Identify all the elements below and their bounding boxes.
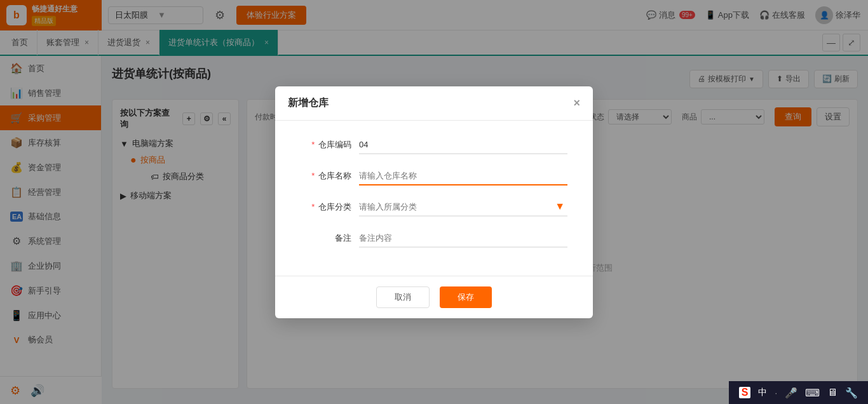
bottom-logo-text: 中 bbox=[758, 387, 767, 398]
code-input[interactable] bbox=[359, 136, 567, 154]
modal-header: 新增仓库 × bbox=[275, 86, 593, 121]
modal-title: 新增仓库 bbox=[288, 97, 329, 110]
modal-footer: 取消 保存 bbox=[275, 276, 593, 318]
save-button[interactable]: 保存 bbox=[440, 286, 492, 308]
bottom-keyboard-icon[interactable]: ⌨ bbox=[805, 387, 820, 399]
category-label: * 仓库分类 bbox=[301, 201, 351, 213]
category-input[interactable] bbox=[359, 198, 555, 215]
category-dropdown-icon[interactable]: ▼ bbox=[555, 201, 567, 212]
cancel-button[interactable]: 取消 bbox=[376, 286, 430, 308]
remark-label: 备注 bbox=[301, 232, 351, 244]
bottom-logo-s: S bbox=[739, 387, 751, 398]
category-select-container: ▼ bbox=[359, 198, 567, 217]
code-label: * 仓库编码 bbox=[301, 139, 351, 151]
add-warehouse-modal: 新增仓库 × * 仓库编码 * 仓库名称 bbox=[275, 86, 593, 318]
remark-input[interactable] bbox=[359, 229, 567, 248]
bottom-tool-icon[interactable]: 🔧 bbox=[845, 387, 858, 399]
bottom-dot-icon: · bbox=[775, 388, 777, 398]
modal-overlay[interactable]: 新增仓库 × * 仓库编码 * 仓库名称 bbox=[0, 0, 868, 404]
bottom-mic-icon[interactable]: 🎤 bbox=[785, 387, 797, 399]
remark-field-row: 备注 bbox=[301, 229, 567, 248]
code-field-row: * 仓库编码 bbox=[301, 136, 567, 154]
category-field-row: * 仓库分类 ▼ bbox=[301, 198, 567, 217]
modal-close-button[interactable]: × bbox=[573, 97, 580, 110]
name-input[interactable] bbox=[359, 167, 567, 185]
name-field-row: * 仓库名称 bbox=[301, 167, 567, 185]
name-label: * 仓库名称 bbox=[301, 170, 351, 182]
bottom-monitor-icon[interactable]: 🖥 bbox=[827, 387, 837, 398]
bottom-status-bar: S 中 · 🎤 ⌨ 🖥 🔧 bbox=[729, 381, 868, 404]
modal-body: * 仓库编码 * 仓库名称 * 仓库分类 bbox=[275, 121, 593, 276]
